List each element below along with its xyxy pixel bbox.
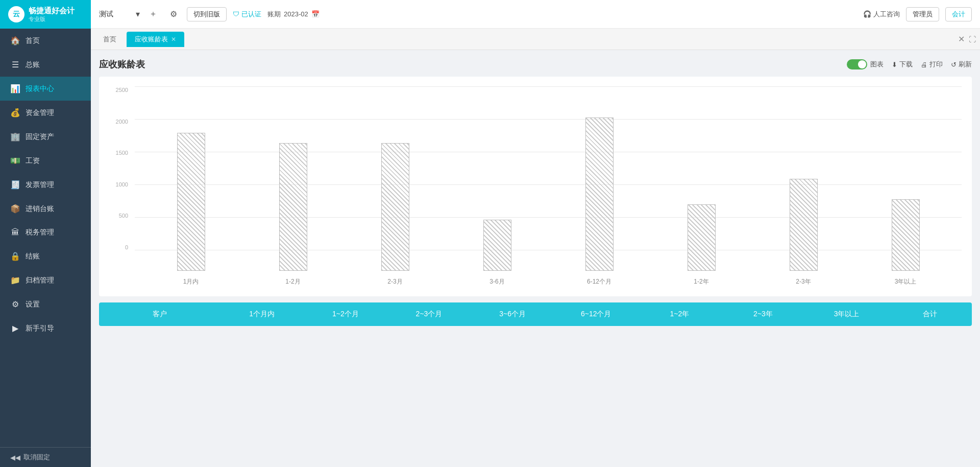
th-3-6month: 3~6个月 — [471, 302, 554, 326]
page-actions: 图表 ⬇ 下载 🖨 打印 ↺ 刷新 — [847, 59, 972, 69]
main-area: 测试 ▾ ＋ ⚙ 切到旧版 🛡 已认证 账期 2023-02 📅 🎧 人工咨询 … — [91, 0, 980, 467]
bar-group-1-2year — [688, 204, 716, 271]
sidebar-item-reports[interactable]: 📊 报表中心 — [0, 77, 91, 101]
print-btn[interactable]: 🖨 打印 — [921, 60, 943, 69]
unpin-icon: ◀◀ — [10, 454, 20, 461]
sidebar-item-settings[interactable]: ⚙ 设置 — [0, 292, 91, 316]
page-content: 应收账龄表 图表 ⬇ 下载 🖨 打印 ↺ 刷新 — [91, 50, 980, 467]
tab-home[interactable]: 首页 — [95, 32, 125, 47]
bar-1-2month — [279, 143, 307, 271]
table-header-row: 客户 1个月内 1~2个月 2~3个月 3~6个月 6~12个月 1~2年 2~… — [99, 302, 972, 326]
sidebar-item-closing[interactable]: 🔒 结账 — [0, 244, 91, 268]
switch-old-version-btn[interactable]: 切到旧版 — [187, 7, 227, 21]
sidebar-item-assets[interactable]: 🏢 固定资产 — [0, 125, 91, 149]
sidebar-label-funds: 资金管理 — [26, 108, 54, 118]
sidebar-item-tax[interactable]: 🏛 税务管理 — [0, 221, 91, 244]
sidebar-label-reports: 报表中心 — [26, 84, 54, 94]
logo-text-wrap: 畅捷通好会计 专业版 — [29, 6, 75, 23]
headset-icon: 🎧 — [863, 10, 871, 18]
download-btn[interactable]: ⬇ 下载 — [892, 60, 913, 69]
add-workspace-btn[interactable]: ＋ — [146, 7, 160, 21]
sidebar-label-assets: 固定资产 — [26, 132, 54, 142]
bar-2-3month — [381, 143, 409, 271]
x-label-1-2year: 1-2年 — [686, 277, 717, 286]
bar-group-2-3month — [381, 143, 409, 271]
tab-aging[interactable]: 应收账龄表 ✕ — [127, 32, 184, 47]
th-1-2month: 1~2个月 — [304, 302, 387, 326]
sidebar-label-sales: 进销台账 — [26, 204, 54, 214]
sidebar-item-archive[interactable]: 📁 归档管理 — [0, 268, 91, 292]
th-2-3year: 2~3年 — [721, 302, 805, 326]
shield-icon: 🛡 — [233, 10, 239, 18]
sidebar-label-closing: 结账 — [26, 252, 40, 261]
settings-gear-btn[interactable]: ⚙ — [166, 7, 181, 21]
sidebar-label-home: 首页 — [26, 36, 40, 45]
period-value: 2023-02 — [284, 10, 308, 18]
bar-2-3year — [790, 179, 818, 271]
refresh-icon: ↺ — [951, 61, 957, 68]
service-label: 人工咨询 — [873, 10, 900, 19]
print-label: 打印 — [929, 60, 943, 69]
chart-inner: 0 500 1000 1500 2000 2500 — [135, 87, 962, 271]
download-label: 下载 — [899, 60, 913, 69]
workspace-dropdown[interactable]: ▾ — [136, 9, 140, 19]
refresh-label: 刷新 — [959, 60, 972, 69]
y-label-2000: 2000 — [109, 119, 132, 125]
chart-toggle-wrap: 图表 — [847, 59, 884, 69]
sidebar-item-home[interactable]: 🏠 首页 — [0, 29, 91, 53]
guide-icon: ▶ — [10, 323, 20, 333]
tab-home-label: 首页 — [103, 35, 116, 44]
sidebar-label-guide: 新手引导 — [26, 324, 54, 333]
bar-group-1-2month — [279, 143, 307, 271]
bar-group-6-12month — [585, 118, 614, 271]
sidebar-item-sales[interactable]: 📦 进销台账 — [0, 197, 91, 221]
page-header: 应收账龄表 图表 ⬇ 下载 🖨 打印 ↺ 刷新 — [99, 58, 972, 71]
workspace-title: 测试 — [99, 10, 130, 19]
x-label-2-3month: 2-3月 — [380, 277, 410, 286]
x-label-1-2month: 1-2月 — [278, 277, 308, 286]
sidebar-item-funds[interactable]: 💰 资金管理 — [0, 101, 91, 125]
sidebar: 云 畅捷通好会计 专业版 🏠 首页 ☰ 总账 📊 报表中心 💰 资金管理 🏢 固… — [0, 0, 91, 467]
refresh-btn[interactable]: ↺ 刷新 — [951, 60, 972, 69]
chart-toggle[interactable] — [847, 59, 867, 69]
user-btn[interactable]: 管理员 — [906, 7, 939, 21]
bar-group-2-3year — [790, 179, 818, 271]
x-labels: 1月内 1-2月 2-3月 3-6月 6-12个月 1-2年 2-3年 3年以上 — [135, 277, 962, 286]
tabs-bar: 首页 应收账龄表 ✕ ✕ ⛶ — [91, 29, 980, 50]
y-label-1000: 1000 — [109, 181, 132, 188]
calendar-icon[interactable]: 📅 — [311, 10, 320, 18]
tab-aging-label: 应收账龄表 — [135, 35, 168, 44]
sidebar-label-archive: 归档管理 — [26, 276, 54, 285]
expand-window-icon[interactable]: ⛶ — [969, 35, 976, 43]
tax-icon: 🏛 — [10, 228, 20, 237]
sidebar-unpin-btn[interactable]: ◀◀ 取消固定 — [0, 447, 91, 467]
sidebar-item-ledger[interactable]: ☰ 总账 — [0, 53, 91, 77]
x-label-3plus: 3年以上 — [890, 277, 921, 286]
logo-icon: 云 — [8, 6, 24, 22]
bar-group-1month — [177, 133, 205, 271]
y-label-2500: 2500 — [109, 87, 132, 93]
role-btn[interactable]: 会计 — [945, 7, 972, 21]
settings-icon: ⚙ — [10, 299, 20, 309]
th-1month: 1个月内 — [220, 302, 304, 326]
bar-1-2year — [688, 204, 716, 271]
sidebar-item-invoice[interactable]: 🧾 发票管理 — [0, 173, 91, 197]
bar-1month — [177, 133, 205, 271]
bar-group-3plus-year — [892, 199, 920, 271]
sidebar-label-invoice: 发票管理 — [26, 180, 54, 190]
wages-icon: 💵 — [10, 156, 20, 166]
bar-group-3-6month — [483, 220, 511, 271]
sidebar-label-wages: 工资 — [26, 156, 40, 166]
archive-icon: 📁 — [10, 275, 20, 285]
unpin-label: 取消固定 — [23, 453, 50, 462]
service-btn[interactable]: 🎧 人工咨询 — [863, 10, 900, 19]
bars-container — [135, 107, 962, 271]
th-total: 合计 — [888, 302, 972, 326]
sidebar-item-wages[interactable]: 💵 工资 — [0, 149, 91, 173]
x-label-1month: 1月内 — [176, 277, 206, 286]
sidebar-item-guide[interactable]: ▶ 新手引导 — [0, 316, 91, 340]
ledger-icon: ☰ — [10, 60, 20, 69]
tab-close-icon[interactable]: ✕ — [171, 36, 176, 42]
sidebar-label-tax: 税务管理 — [26, 228, 54, 237]
close-window-icon[interactable]: ✕ — [958, 34, 965, 44]
